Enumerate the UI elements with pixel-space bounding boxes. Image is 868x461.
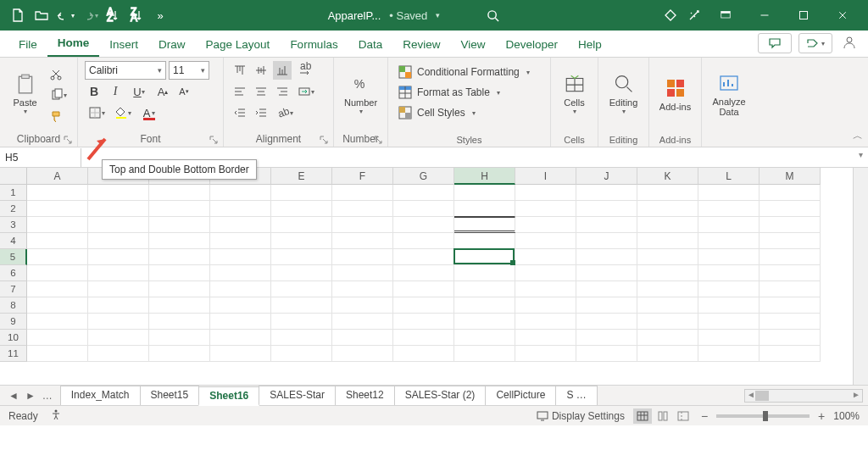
cell[interactable]: [27, 281, 88, 297]
cell[interactable]: [27, 330, 88, 346]
cell[interactable]: [332, 297, 393, 314]
cell[interactable]: [210, 233, 271, 249]
font-size-combo[interactable]: 11▾: [169, 61, 209, 80]
zoom-out-button[interactable]: −: [701, 409, 708, 423]
cell[interactable]: [210, 346, 271, 362]
format-painter-icon[interactable]: [47, 107, 65, 125]
cell[interactable]: [698, 281, 760, 297]
cell[interactable]: [698, 297, 760, 314]
cell[interactable]: [698, 233, 760, 249]
cell[interactable]: [515, 217, 576, 233]
qat-overflow-icon[interactable]: »: [149, 4, 171, 26]
search-icon[interactable]: [482, 5, 503, 25]
tab-help[interactable]: Help: [568, 33, 612, 57]
cell[interactable]: [210, 314, 271, 330]
cell[interactable]: [454, 281, 515, 297]
cell[interactable]: [760, 233, 821, 249]
cell[interactable]: [760, 185, 821, 201]
cell[interactable]: [27, 265, 88, 281]
cell[interactable]: [576, 249, 637, 265]
formula-bar-expand-icon[interactable]: ▾: [859, 150, 863, 159]
wand-icon[interactable]: [683, 4, 705, 26]
cell[interactable]: [210, 265, 271, 281]
cell[interactable]: [149, 217, 210, 233]
cell[interactable]: [332, 346, 393, 362]
tab-data[interactable]: Data: [348, 33, 393, 57]
row-header[interactable]: 2: [0, 201, 27, 217]
cell[interactable]: [393, 185, 454, 201]
format-as-table-button[interactable]: Format as Table▾: [395, 83, 533, 102]
cell[interactable]: [576, 217, 637, 233]
cell-styles-button[interactable]: Cell Styles▾: [395, 103, 533, 122]
editing-button[interactable]: Editing▾: [605, 61, 642, 127]
cell[interactable]: [576, 314, 637, 330]
minimize-button[interactable]: [746, 3, 783, 27]
cell[interactable]: [454, 185, 515, 201]
undo-icon[interactable]: ▾: [54, 4, 76, 26]
column-header[interactable]: J: [576, 168, 637, 185]
tab-review[interactable]: Review: [392, 33, 450, 57]
cell[interactable]: [393, 201, 454, 217]
cell[interactable]: [271, 281, 332, 297]
number-format-button[interactable]: % Number ▾: [341, 61, 381, 127]
cell[interactable]: [210, 185, 271, 201]
orientation-icon[interactable]: ab▾: [273, 103, 297, 122]
cell[interactable]: [27, 297, 88, 314]
column-header[interactable]: M: [760, 168, 821, 185]
cell[interactable]: [210, 330, 271, 346]
cell[interactable]: [271, 217, 332, 233]
cell[interactable]: [149, 330, 210, 346]
cell[interactable]: [88, 346, 149, 362]
cell[interactable]: [515, 314, 576, 330]
cell[interactable]: [637, 314, 698, 330]
column-header[interactable]: I: [515, 168, 576, 185]
comments-button[interactable]: [758, 33, 792, 53]
sheet-tab[interactable]: Sheet16: [198, 386, 259, 406]
select-all-corner[interactable]: [0, 168, 27, 185]
name-box[interactable]: H5: [0, 148, 81, 167]
tab-home[interactable]: Home: [47, 31, 100, 57]
column-header[interactable]: G: [393, 168, 454, 185]
cell[interactable]: [210, 217, 271, 233]
zoom-in-button[interactable]: +: [818, 409, 825, 423]
cell[interactable]: [271, 314, 332, 330]
cell[interactable]: [515, 265, 576, 281]
sheet-tab[interactable]: CellPicture: [485, 386, 556, 405]
cell[interactable]: [393, 249, 454, 265]
page-layout-view-icon[interactable]: [654, 408, 672, 424]
cell[interactable]: [88, 297, 149, 314]
cell[interactable]: [271, 233, 332, 249]
cell[interactable]: [210, 201, 271, 217]
cell[interactable]: [454, 265, 515, 281]
row-header[interactable]: 1: [0, 185, 27, 201]
cell[interactable]: [454, 346, 515, 362]
cell[interactable]: [332, 330, 393, 346]
new-file-icon[interactable]: [7, 4, 29, 26]
collapse-ribbon-icon[interactable]: ︿: [853, 129, 863, 143]
page-break-view-icon[interactable]: [674, 408, 693, 424]
cell[interactable]: [637, 265, 698, 281]
cell[interactable]: [576, 297, 637, 314]
cell[interactable]: [332, 265, 393, 281]
cell[interactable]: [637, 330, 698, 346]
cell[interactable]: [149, 233, 210, 249]
underline-button[interactable]: U▾: [127, 82, 151, 101]
cell[interactable]: [454, 297, 515, 314]
align-middle-icon[interactable]: [252, 61, 270, 80]
column-header[interactable]: H: [454, 168, 515, 185]
cell[interactable]: [332, 249, 393, 265]
tab-view[interactable]: View: [450, 33, 495, 57]
italic-button[interactable]: I: [106, 82, 125, 101]
cell[interactable]: [637, 249, 698, 265]
cell[interactable]: [454, 233, 515, 249]
maximize-button[interactable]: [785, 3, 822, 27]
cell[interactable]: [760, 281, 821, 297]
cell[interactable]: [332, 201, 393, 217]
cell[interactable]: [210, 297, 271, 314]
tab-insert[interactable]: Insert: [99, 33, 148, 57]
dialog-launcher-icon[interactable]: [374, 136, 382, 144]
cell[interactable]: [88, 281, 149, 297]
cell[interactable]: [760, 249, 821, 265]
grow-font-icon[interactable]: A▴: [153, 82, 172, 101]
cell[interactable]: [332, 281, 393, 297]
